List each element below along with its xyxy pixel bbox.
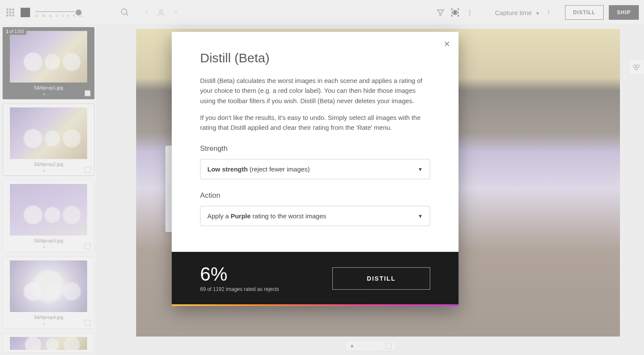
footer-accent-bar (172, 304, 459, 306)
modal-footer: 6% 69 of 1192 images rated as rejects DI… (172, 252, 459, 304)
strength-select[interactable]: Low strength (reject fewer images) ▼ (200, 159, 430, 179)
close-icon[interactable]: × (444, 39, 450, 49)
reject-subtext: 69 of 1192 images rated as rejects (200, 286, 279, 292)
action-value: Apply a Purple rating to the worst image… (207, 212, 326, 220)
strength-label: Strength (200, 144, 430, 153)
modal-paragraph: Distill (Beta) calculates the worst imag… (200, 76, 430, 106)
action-label: Action (200, 191, 430, 200)
chevron-down-icon: ▼ (418, 213, 423, 219)
modal-paragraph: If you don't like the results, it's easy… (200, 113, 430, 133)
distill-modal: × Distill (Beta) Distill (Beta) calculat… (172, 32, 459, 306)
chevron-down-icon: ▼ (418, 166, 423, 172)
modal-title: Distill (Beta) (200, 51, 430, 65)
strength-value: Low strength (reject fewer images) (207, 165, 310, 173)
distill-confirm-button[interactable]: DISTILL (332, 267, 430, 290)
reject-percent: 6% (200, 265, 279, 284)
action-select[interactable]: Apply a Purple rating to the worst image… (200, 206, 430, 226)
